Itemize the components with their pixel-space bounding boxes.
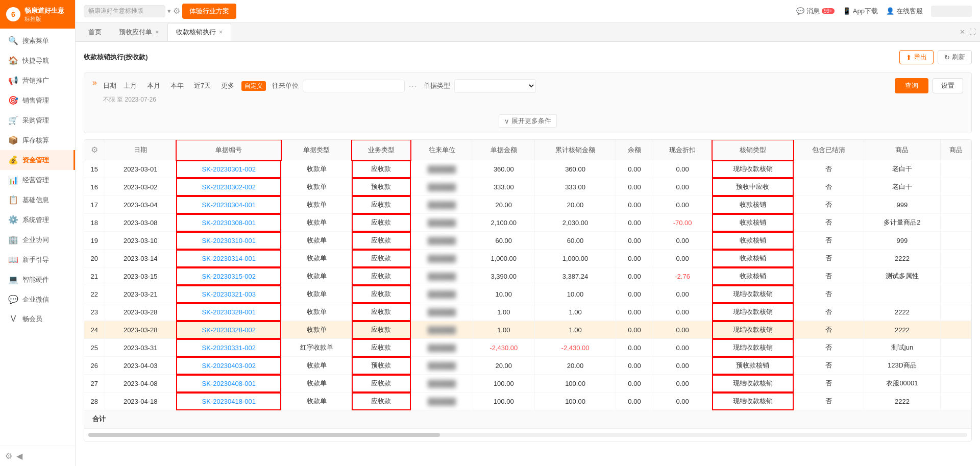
sidebar-item-hardware[interactable]: 💻智能硬件 <box>0 269 75 289</box>
user-avatar[interactable] <box>931 6 972 17</box>
cell-verify-type: 收款核销 <box>712 232 794 250</box>
table-row: 21 2023-03-15 SK-20230315-002 收款单 应收款 ██… <box>84 267 971 285</box>
app-download-button[interactable]: 📱 App下载 <box>843 7 878 16</box>
code-link[interactable]: SK-20230321-003 <box>202 290 256 298</box>
code-link[interactable]: SK-20230302-002 <box>202 183 256 191</box>
tab-close-all-icon[interactable]: ✕ <box>960 28 965 36</box>
col-settings[interactable]: ⚙ <box>84 140 105 160</box>
custom-btn[interactable]: 自定义 <box>241 81 266 91</box>
scroll-thumb[interactable] <box>88 433 440 437</box>
bill-type-select[interactable] <box>454 79 536 93</box>
sidebar-icon-wechat: 💬 <box>8 295 18 304</box>
table-row: 24 2023-03-28 SK-20230328-002 收款单 应收款 ██… <box>84 321 971 339</box>
more-btn[interactable]: 更多 <box>218 80 237 91</box>
last7-btn[interactable]: 近7天 <box>191 80 214 91</box>
cell-discount: 0.00 <box>653 232 712 250</box>
sidebar-item-guide[interactable]: 📖新手引导 <box>0 250 75 269</box>
sidebar-item-finance[interactable]: 💰资金管理 <box>0 150 75 170</box>
code-link[interactable]: SK-20230328-001 <box>202 308 256 316</box>
export-button[interactable]: ⬆ 导出 <box>899 50 934 64</box>
partner-filter: 往来单位 ··· <box>272 80 418 92</box>
sidebar-item-search[interactable]: 🔍搜索菜单 <box>0 31 75 51</box>
code-link[interactable]: SK-20230331-002 <box>202 344 256 352</box>
cell-accum: 20.00 <box>534 196 616 214</box>
code-link[interactable]: SK-20230308-001 <box>202 219 256 227</box>
cell-product1: 2222 <box>864 303 940 321</box>
cell-balance: 0.00 <box>616 214 653 232</box>
sidebar-label-guide: 新手引导 <box>22 255 49 264</box>
solution-button[interactable]: 体验行业方案 <box>182 4 236 19</box>
message-button[interactable]: 💬 消息 99+ <box>796 7 835 16</box>
cell-bill-type: 收款单 <box>281 214 352 232</box>
cell-product1: 老白干 <box>864 160 940 178</box>
cell-no: 25 <box>84 339 105 357</box>
cell-date: 2023-04-18 <box>105 393 176 410</box>
sidebar-item-basics[interactable]: 📋基础信息 <box>0 190 75 210</box>
tab-verify-close[interactable]: × <box>219 29 223 36</box>
sidebar-item-nav[interactable]: 🏠快捷导航 <box>0 51 75 70</box>
logo-text: 畅康道好生意 标推版 <box>24 6 64 23</box>
cell-bill-type: 红字收款单 <box>281 339 352 357</box>
settings-footer-icon[interactable]: ⚙ <box>5 451 12 461</box>
partner-value: ██████ <box>428 273 456 280</box>
sidebar-item-marketing[interactable]: 📢营销推广 <box>0 70 75 90</box>
cell-biz-type: 应收款 <box>352 393 411 410</box>
collapse-icon[interactable]: ◀ <box>16 451 22 461</box>
refresh-icon: ↻ <box>944 54 950 61</box>
cell-date: 2023-04-03 <box>105 357 176 375</box>
cell-balance: 0.00 <box>616 160 653 178</box>
code-link[interactable]: SK-20230304-001 <box>202 201 256 209</box>
tab-prepay-close[interactable]: × <box>155 29 159 36</box>
last-month-btn[interactable]: 上月 <box>120 80 140 91</box>
partner-dots[interactable]: ··· <box>409 82 418 90</box>
filter-settings-button[interactable]: 设置 <box>933 78 963 93</box>
cell-product2 <box>941 250 971 267</box>
sidebar-item-sales[interactable]: 🎯销售管理 <box>0 90 75 110</box>
code-link[interactable]: SK-20230301-002 <box>202 165 256 173</box>
query-button[interactable]: 查询 <box>895 78 928 93</box>
horizontal-scrollbar[interactable] <box>88 433 967 437</box>
cell-date: 2023-03-31 <box>105 339 176 357</box>
topbar-breadcrumb: ▾ ⚙ 体验行业方案 <box>84 4 790 19</box>
settings-icon[interactable]: ⚙ <box>173 6 180 16</box>
sidebar-item-enterprise[interactable]: 🏢企业协同 <box>0 230 75 250</box>
cell-verify-type: 收款核销 <box>712 250 794 267</box>
date-filter: 日期 上月 本月 本年 近7天 更多 自定义 <box>103 80 266 91</box>
code-link[interactable]: SK-20230314-001 <box>202 255 256 262</box>
date-filter-label: 日期 <box>103 81 116 90</box>
sidebar-item-operations[interactable]: 📊经营管理 <box>0 170 75 190</box>
sidebar-item-inventory[interactable]: 📦库存核算 <box>0 130 75 150</box>
tab-expand-icon[interactable]: ⛶ <box>969 28 976 36</box>
cell-biz-type: 预收款 <box>352 178 411 196</box>
code-link[interactable]: SK-20230408-001 <box>202 380 256 387</box>
partner-value: ██████ <box>428 398 456 405</box>
code-link[interactable]: SK-20230315-002 <box>202 273 256 280</box>
expand-conditions-button[interactable]: ∨ 展开更多条件 <box>499 114 557 128</box>
partner-input[interactable] <box>303 80 405 92</box>
cell-no: 26 <box>84 357 105 375</box>
column-settings-icon[interactable]: ⚙ <box>91 145 98 154</box>
online-service-button[interactable]: 👤 在线客服 <box>886 7 923 16</box>
code-link[interactable]: SK-20230418-001 <box>202 398 256 405</box>
filter-expand-arrow[interactable]: » <box>92 78 97 87</box>
tab-verify[interactable]: 收款核销执行 × <box>167 23 231 41</box>
sidebar-item-member[interactable]: V畅会员 <box>0 309 75 329</box>
tab-home[interactable]: 首页 <box>80 23 110 41</box>
cell-balance: 0.00 <box>616 357 653 375</box>
sidebar-item-purchase[interactable]: 🛒采购管理 <box>0 110 75 130</box>
code-link[interactable]: SK-20230310-001 <box>202 237 256 244</box>
table-row: 17 2023-03-04 SK-20230304-001 收款单 应收款 ██… <box>84 196 971 214</box>
code-link[interactable]: SK-20230403-002 <box>202 362 256 370</box>
sidebar-item-wechat[interactable]: 💬企业微信 <box>0 289 75 309</box>
sidebar-label-purchase: 采购管理 <box>22 116 49 125</box>
col-date: 日期 <box>105 140 176 160</box>
this-year-btn[interactable]: 本年 <box>167 80 187 91</box>
col-bill-type: 单据类型 <box>281 140 352 160</box>
code-link[interactable]: SK-20230328-002 <box>202 326 256 334</box>
this-month-btn[interactable]: 本月 <box>144 80 163 91</box>
sidebar-item-system[interactable]: ⚙️系统管理 <box>0 210 75 230</box>
table-row: 18 2023-03-08 SK-20230308-001 收款单 应收款 ██… <box>84 214 971 232</box>
tab-prepay[interactable]: 预收应付单 × <box>110 23 167 41</box>
refresh-button[interactable]: ↻ 刷新 <box>938 50 972 64</box>
search-input[interactable] <box>84 5 165 17</box>
